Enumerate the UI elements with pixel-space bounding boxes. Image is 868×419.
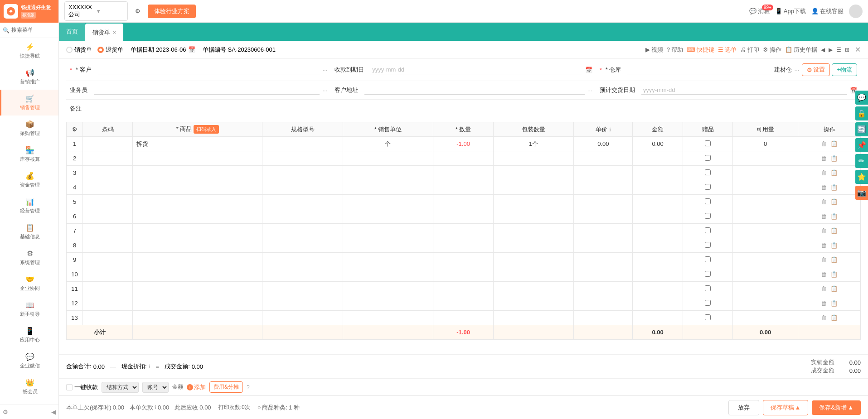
row-pkg-qty[interactable] [493, 311, 573, 325]
logistics-button[interactable]: +物流 [832, 63, 857, 76]
row-qty[interactable] [433, 180, 494, 195]
discard-button[interactable]: 放弃 [728, 400, 759, 415]
grid-view-btn[interactable]: ⊞ [845, 47, 849, 53]
gift-checkbox[interactable] [705, 256, 711, 262]
row-qty[interactable] [433, 224, 494, 238]
gift-checkbox[interactable] [705, 155, 711, 161]
save-draft-button[interactable]: 保存草稿 ▲ [763, 400, 809, 415]
row-barcode[interactable] [83, 224, 133, 238]
sidebar-item-marketing[interactable]: 📢 营销推广 [0, 64, 58, 90]
row-pkg-qty[interactable] [493, 238, 573, 253]
row-barcode[interactable] [83, 151, 133, 166]
row-product[interactable] [133, 180, 262, 195]
row-price[interactable] [574, 195, 633, 209]
copy-icon[interactable]: 📋 [830, 227, 838, 234]
row-barcode[interactable] [83, 253, 133, 267]
row-product[interactable] [133, 166, 262, 180]
row-barcode[interactable] [83, 166, 133, 180]
row-spec[interactable] [262, 166, 343, 180]
row-spec[interactable] [262, 311, 343, 325]
delete-icon[interactable]: 🗑 [821, 300, 827, 307]
row-gift[interactable] [683, 224, 732, 238]
row-qty[interactable] [433, 166, 494, 180]
row-pkg-qty[interactable] [493, 224, 573, 238]
copy-icon[interactable]: 📋 [830, 300, 838, 307]
row-product[interactable] [133, 311, 262, 325]
row-pkg-qty[interactable] [493, 253, 573, 267]
row-gift[interactable] [683, 296, 732, 311]
row-spec[interactable] [262, 253, 343, 267]
row-unit[interactable] [343, 195, 433, 209]
delete-icon[interactable]: 🗑 [821, 198, 827, 205]
customer-input[interactable] [98, 65, 320, 74]
row-product[interactable] [133, 238, 262, 253]
row-qty[interactable] [433, 296, 494, 311]
save-new-button[interactable]: 保存&新增 ▲ [812, 400, 861, 415]
delete-icon[interactable]: 🗑 [821, 155, 827, 162]
row-spec[interactable] [262, 282, 343, 296]
copy-icon[interactable]: 📋 [830, 155, 838, 162]
debt-info-icon[interactable]: ℹ [155, 405, 156, 410]
row-pkg-qty[interactable] [493, 296, 573, 311]
row-unit[interactable] [343, 282, 433, 296]
row-barcode[interactable] [83, 195, 133, 209]
row-product[interactable] [133, 224, 262, 238]
copy-icon[interactable]: 📋 [830, 285, 838, 292]
row-qty[interactable] [433, 267, 494, 282]
warehouse-dots[interactable]: ··· [795, 67, 800, 73]
row-product[interactable] [133, 282, 262, 296]
radio-sales-order[interactable]: 销货单 [66, 46, 92, 54]
delete-icon[interactable]: 🗑 [821, 271, 827, 278]
row-price[interactable] [574, 253, 633, 267]
payment-calendar-icon[interactable]: 📅 [585, 67, 592, 73]
float-btn-5[interactable]: ✏ [855, 154, 868, 168]
row-spec[interactable] [262, 151, 343, 166]
row-barcode[interactable] [83, 209, 133, 224]
copy-icon[interactable]: 📋 [830, 256, 838, 263]
select-btn[interactable]: ☰ 选单 [718, 46, 737, 54]
row-amount[interactable] [633, 180, 683, 195]
col-settings-header[interactable]: ⚙ [67, 122, 83, 137]
gift-checkbox[interactable] [705, 242, 711, 248]
row-spec[interactable] [262, 296, 343, 311]
row-pkg-qty[interactable] [493, 209, 573, 224]
sidebar-item-management[interactable]: 📊 经营管理 [0, 193, 58, 219]
gift-checkbox[interactable] [705, 140, 711, 146]
sidebar-item-sales[interactable]: 🛒 销售管理 [0, 90, 58, 116]
sidebar-item-purchase[interactable]: 📦 采购管理 [0, 116, 58, 141]
row-spec[interactable] [262, 180, 343, 195]
row-barcode[interactable] [83, 267, 133, 282]
search-menu[interactable]: 🔍 搜索菜单 [0, 23, 58, 38]
form-close-btn[interactable]: ✕ [855, 45, 861, 54]
sidebar-item-wechat[interactable]: 💬 企业微信 [0, 348, 58, 374]
copy-icon[interactable]: 📋 [830, 198, 838, 205]
expected-date-input[interactable] [641, 86, 847, 95]
one-click-pay[interactable]: 一键收款 [66, 383, 98, 391]
row-gift[interactable] [683, 151, 732, 166]
row-barcode[interactable] [83, 238, 133, 253]
row-spec[interactable] [262, 137, 343, 151]
delete-icon[interactable]: 🗑 [821, 140, 827, 147]
row-unit[interactable] [343, 296, 433, 311]
row-spec[interactable] [262, 267, 343, 282]
row-amount[interactable] [633, 296, 683, 311]
row-amount[interactable] [633, 151, 683, 166]
row-amount[interactable] [633, 209, 683, 224]
copy-icon[interactable]: 📋 [830, 184, 838, 191]
row-barcode[interactable] [83, 282, 133, 296]
row-barcode[interactable] [83, 311, 133, 325]
delete-icon[interactable]: 🗑 [821, 285, 827, 292]
row-unit[interactable] [343, 224, 433, 238]
row-unit[interactable] [343, 238, 433, 253]
prev-btn[interactable]: ◀ [821, 47, 825, 53]
row-price[interactable] [574, 267, 633, 282]
row-spec[interactable] [262, 238, 343, 253]
row-product[interactable]: 拆货 [133, 137, 262, 151]
row-amount[interactable] [633, 282, 683, 296]
price-info-icon[interactable]: ℹ [609, 127, 611, 132]
row-qty[interactable] [433, 151, 494, 166]
gift-checkbox[interactable] [705, 227, 711, 233]
setup-button[interactable]: ⚙ 设置 [802, 63, 830, 76]
row-product[interactable] [133, 151, 262, 166]
row-gift[interactable] [683, 166, 732, 180]
